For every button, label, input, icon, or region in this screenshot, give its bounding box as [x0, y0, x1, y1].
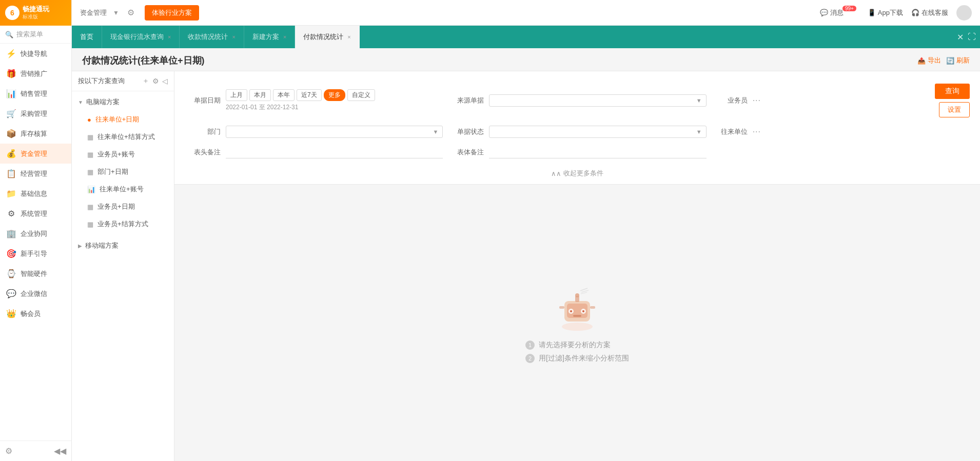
scheme-item-unit-account[interactable]: 📊 往来单位+账号 — [72, 181, 174, 198]
scheme-item-staff-settle[interactable]: ▦ 业务员+结算方式 — [72, 215, 174, 233]
expand-tab-icon[interactable]: ⛶ — [968, 32, 976, 42]
scheme-item-staff-date[interactable]: ▦ 业务员+日期 — [72, 198, 174, 215]
purchase-label: 采购管理 — [21, 109, 47, 118]
step1-text: 请先选择要分析的方案 — [539, 340, 611, 350]
empty-step-2: 2 用[过滤]条件来缩小分析范围 — [525, 354, 629, 363]
scheme-settings-icon[interactable]: ⚙ — [152, 77, 159, 85]
operation-icon: 📋 — [6, 169, 16, 178]
desktop-arrow-icon: ▼ — [78, 99, 83, 105]
staff-dots[interactable]: ··· — [753, 96, 761, 105]
pill-last-month[interactable]: 上月 — [226, 89, 247, 101]
dept-date-label: 部门+日期 — [97, 167, 128, 176]
sidebar-item-sales[interactable]: 📊 销售管理 — [0, 84, 71, 104]
messages-btn[interactable]: 💬 消息 99+ — [820, 8, 859, 17]
wechat-icon: 💬 — [6, 289, 16, 298]
sidebar-item-system[interactable]: ⚙ 系统管理 — [0, 204, 71, 224]
sidebar-item-operation[interactable]: 📋 经营管理 — [0, 164, 71, 184]
pill-7days[interactable]: 近7天 — [297, 89, 322, 101]
pill-this-month[interactable]: 本月 — [249, 89, 271, 101]
query-btn[interactable]: 查询 — [935, 84, 970, 99]
body-note-control — [489, 146, 706, 158]
sidebar-nav: ⚡ 快捷导航 🎁 营销推广 📊 销售管理 🛒 采购管理 📦 库存核算 💰 资金管… — [0, 44, 71, 440]
new-scheme-tab-label: 新建方案 — [252, 32, 279, 42]
empty-steps: 1 请先选择要分析的方案 2 用[过滤]条件来缩小分析范围 — [525, 340, 629, 363]
cash-bank-tab-label: 现金银行流水查询 — [110, 32, 164, 42]
collapse-sidebar-icon[interactable]: ◀◀ — [54, 446, 66, 456]
scheme-item-unit-settle[interactable]: ▦ 往来单位+结算方式 — [72, 128, 174, 146]
scheme-sidebar-title: 按以下方案查询 — [78, 76, 125, 86]
filter-row-unit: 往来单位 ··· — [712, 122, 970, 142]
payment-stats-tab-close[interactable]: × — [347, 34, 350, 40]
scheme-sidebar: 按以下方案查询 ＋ ⚙ ◁ ▼ 电脑端方案 ● 往来单位+日期 ▦ — [72, 71, 174, 461]
refresh-btn[interactable]: 🔄 刷新 — [946, 56, 970, 65]
sidebar-item-hardware[interactable]: ⌚ 智能硬件 — [0, 264, 71, 284]
body-note-input[interactable] — [489, 146, 706, 158]
close-tab-icon[interactable]: ✕ — [957, 32, 964, 42]
header-note-input[interactable] — [226, 146, 443, 158]
receivable-tab-close[interactable]: × — [232, 34, 235, 40]
svg-point-6 — [582, 310, 584, 312]
tab-new-scheme[interactable]: 新建方案 × — [244, 26, 295, 48]
sidebar-item-fund[interactable]: 💰 资金管理 — [0, 144, 71, 164]
add-scheme-icon[interactable]: ＋ — [142, 76, 149, 86]
scheme-item-staff-account[interactable]: ▦ 业务员+账号 — [72, 146, 174, 163]
search-menu[interactable]: 🔍 搜索菜单 — [0, 26, 71, 44]
message-icon: 💬 — [820, 9, 828, 16]
unit-date-label: 往来单位+日期 — [95, 115, 140, 124]
tab-home[interactable]: 首页 — [72, 26, 102, 48]
scheme-sidebar-icons: ＋ ⚙ ◁ — [142, 76, 168, 86]
sidebar-item-wechat[interactable]: 💬 企业微信 — [0, 284, 71, 304]
marketing-icon: 🎁 — [6, 69, 16, 78]
export-btn[interactable]: 📤 导出 — [917, 56, 941, 65]
topbar-gear-icon[interactable]: ⚙ — [127, 8, 134, 17]
app-download-btn[interactable]: 📱 App下载 — [868, 8, 903, 17]
new-scheme-tab-close[interactable]: × — [283, 34, 286, 40]
mobile-section-toggle[interactable]: ▶ 移动端方案 — [72, 237, 174, 254]
dept-select[interactable]: ▼ — [226, 126, 443, 138]
pill-this-year[interactable]: 本年 — [273, 89, 295, 101]
content-area: 按以下方案查询 ＋ ⚙ ◁ ▼ 电脑端方案 ● 往来单位+日期 ▦ — [72, 71, 980, 461]
sidebar-item-member[interactable]: 👑 畅会员 — [0, 304, 71, 324]
sidebar-item-basic[interactable]: 📁 基础信息 — [0, 184, 71, 204]
staff-account-icon: ▦ — [87, 151, 93, 158]
main-area: 资金管理 ▼ ⚙ 体验行业方案 💬 消息 99+ 📱 App下载 🎧 在线客服 … — [72, 0, 980, 461]
topbar-actions: 💬 消息 99+ 📱 App下载 🎧 在线客服 — [820, 5, 972, 21]
cash-bank-tab-close[interactable]: × — [168, 34, 171, 40]
tab-payment-stats[interactable]: 付款情况统计 × — [295, 26, 359, 48]
sidebar-item-guide[interactable]: 🎯 新手引导 — [0, 244, 71, 264]
tab-bar: 首页 现金银行流水查询 × 收款情况统计 × 新建方案 × 付款情况统计 × ✕… — [72, 26, 980, 48]
sidebar-item-quick-nav[interactable]: ⚡ 快捷导航 — [0, 44, 71, 64]
trial-btn[interactable]: 体验行业方案 — [145, 5, 199, 21]
page-header: 付款情况统计(往来单位+日期) 📤 导出 🔄 刷新 — [72, 48, 980, 71]
tab-cash-bank[interactable]: 现金银行流水查询 × — [102, 26, 180, 48]
staff-settle-icon: ▦ — [87, 221, 93, 228]
customer-service-btn[interactable]: 🎧 在线客服 — [911, 8, 948, 17]
pill-custom[interactable]: 自定义 — [347, 89, 375, 101]
status-select[interactable]: ▼ — [489, 126, 706, 138]
collapse-bar[interactable]: ∧∧ 收起更多条件 — [174, 163, 980, 184]
pill-more[interactable]: 更多 — [324, 89, 345, 101]
collapse-scheme-icon[interactable]: ◁ — [162, 77, 168, 85]
source-voucher-label: 来源单据 — [448, 96, 484, 105]
filter-row-date: 单据日期 上月 本月 本年 近7天 更多 自定义 2022-01-01 至 20… — [185, 79, 443, 122]
svg-rect-10 — [559, 306, 564, 309]
unit-dots[interactable]: ··· — [753, 127, 761, 136]
mobile-arrow-icon: ▶ — [78, 243, 82, 249]
tab-receivable[interactable]: 收款情况统计 × — [180, 26, 244, 48]
topbar-dropdown-icon[interactable]: ▼ — [113, 9, 119, 16]
sidebar-item-inventory[interactable]: 📦 库存核算 — [0, 124, 71, 144]
sidebar-item-marketing[interactable]: 🎁 营销推广 — [0, 64, 71, 84]
header-note-control — [226, 146, 443, 158]
voucher-status-label: 单据状态 — [448, 127, 484, 136]
settings-btn[interactable]: 设置 — [939, 102, 970, 117]
hardware-label: 智能硬件 — [21, 269, 47, 278]
mobile-scheme-section: ▶ 移动端方案 — [72, 235, 174, 256]
scheme-item-dept-date[interactable]: ▦ 部门+日期 — [72, 163, 174, 181]
desktop-section-toggle[interactable]: ▼ 电脑端方案 — [72, 93, 174, 111]
source-voucher-select[interactable]: ▼ — [489, 94, 706, 107]
scheme-item-unit-date[interactable]: ● 往来单位+日期 — [72, 111, 174, 128]
sidebar-item-enterprise[interactable]: 🏢 企业协同 — [0, 224, 71, 244]
sidebar-item-purchase[interactable]: 🛒 采购管理 — [0, 104, 71, 124]
user-avatar[interactable] — [956, 5, 972, 21]
settings-icon[interactable]: ⚙ — [5, 446, 12, 456]
